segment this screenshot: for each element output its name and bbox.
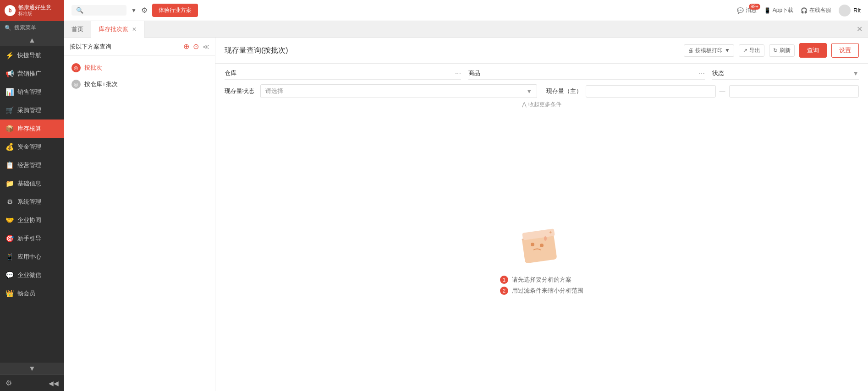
scheme-panel-title: 按以下方案查询 [70,43,111,51]
topbar-search-box[interactable]: 🔍 [71,5,126,16]
print-button[interactable]: 🖨 按模板打印 ▼ [684,44,734,57]
page-header: 现存量查询(按批次) 🖨 按模板打印 ▼ ↗ 导出 ↻ 刷新 [215,38,868,64]
scheme-item-batch[interactable]: ◎ 按批次 [64,60,215,76]
tabs-bar: 首页 库存批次账 ✕ ✕ [64,21,868,38]
sales-icon: 📊 [5,88,14,96]
filter-row-2: 现存量状态 请选择 ▼ 现存量（主） — [225,84,859,98]
hint-text-1: 请先选择要分析的方案 [512,276,571,284]
sidebar-item-collab[interactable]: 🤝 企业协同 [0,211,64,229]
sidebar-item-basics[interactable]: 📁 基础信息 [0,174,64,193]
empty-illustration: ✦ ✦ [514,213,569,268]
svg-point-2 [531,243,534,246]
sidebar-search[interactable]: 🔍 搜索菜单 [0,21,64,34]
stock-qty-filter: 现存量（主） — [546,85,859,98]
phone-icon: 📱 [764,7,771,14]
topbar-gear-icon[interactable]: ⚙ [141,6,148,15]
settings-icon[interactable]: ⚙ [5,379,12,387]
sidebar-item-guide[interactable]: 🎯 新手引导 [0,229,64,248]
search-label: 搜索菜单 [14,24,36,32]
warehouse-label: 仓库 [225,69,252,77]
sidebar-item-marketing[interactable]: 📢 营销推广 [0,65,64,83]
page-title: 现存量查询(按批次) [225,46,288,55]
tab-inventory-batch-label: 库存批次账 [99,25,128,33]
settings-scheme-icon[interactable]: ⊙ [193,42,199,51]
collapse-sidebar-icon[interactable]: ◀◀ [49,380,59,387]
app-download-button[interactable]: 📱 App下载 [764,6,793,14]
status-dropdown-icon[interactable]: ▼ [852,70,859,77]
system-icon: ⚙ [5,198,14,206]
collapse-panel-icon[interactable]: ≪ [203,43,209,50]
status-input[interactable] [743,70,851,77]
sidebar-item-system[interactable]: ⚙ 系统管理 [0,193,64,211]
sidebar-item-weixin[interactable]: 💬 企业微信 [0,266,64,284]
topbar-search-icon: 🔍 [76,7,83,14]
goods-more-icon[interactable]: ··· [699,69,705,77]
stock-qty-label: 现存量（主） [546,87,582,95]
add-scheme-icon[interactable]: ⊕ [183,42,189,51]
export-icon: ↗ [743,47,747,54]
member-label: 畅会员 [17,289,35,298]
main-area: 🔍 ▼ ⚙ 体验行业方案 💬 消息 99+ 📱 App下载 🎧 在线客服 R [64,0,868,391]
app-info: 畅康通好生意 标准版 [18,4,51,17]
collapse-icon: ⋀ [522,101,527,108]
scheme-item-warehouse-batch[interactable]: ◎ 按仓库+批次 [64,76,215,92]
scheme-icon-batch: ◎ [71,63,81,72]
left-scheme-panel: 按以下方案查询 ⊕ ⊙ ≪ ◎ 按批次 ◎ 按仓库+批次 [64,38,215,391]
online-service-button[interactable]: 🎧 在线客服 [801,6,831,14]
stock-status-chevron: ▼ [526,88,532,95]
stock-qty-to[interactable] [729,85,859,98]
page-actions: 🖨 按模板打印 ▼ ↗ 导出 ↻ 刷新 查询 设置 [684,43,859,58]
goods-input[interactable] [500,70,697,77]
tab-close-all-icon[interactable]: ✕ [851,21,868,38]
topbar: 🔍 ▼ ⚙ 体验行业方案 💬 消息 99+ 📱 App下载 🎧 在线客服 R [64,0,868,21]
weixin-icon: 💬 [5,271,14,279]
scroll-up-button[interactable]: ▲ [0,34,64,46]
stock-status-select[interactable]: 请选择 ▼ [260,84,537,98]
inventory-label: 库存核算 [17,125,41,133]
sidebar-item-quick-nav[interactable]: ⚡ 快捷导航 [0,46,64,65]
quick-nav-icon: ⚡ [5,51,14,60]
refresh-button[interactable]: ↻ 刷新 [769,44,795,57]
scheme-icon-warehouse: ◎ [71,80,81,89]
scheme-label-batch: 按批次 [84,64,102,72]
stock-status-label: 现存量状态 [225,87,257,95]
hint-num-1: 1 [500,276,508,284]
experience-industry-button[interactable]: 体验行业方案 [152,4,198,17]
app-download-label: App下载 [773,6,793,14]
sidebar-item-member[interactable]: 👑 畅会员 [0,284,64,303]
sidebar-footer: ⚙ ◀◀ [0,375,64,391]
sidebar-header: b 畅康通好生意 标准版 [0,0,64,21]
print-icon: 🖨 [688,47,693,54]
sidebar-item-operations[interactable]: 📋 经营管理 [0,156,64,174]
sidebar-item-inventory[interactable]: 📦 库存核算 [0,119,64,138]
stock-qty-from[interactable] [586,85,716,98]
messages-badge: 99+ [749,4,760,10]
tab-home[interactable]: 首页 [64,21,91,38]
finance-icon: 💰 [5,143,14,151]
sidebar-item-purchase[interactable]: 🛒 采购管理 [0,101,64,119]
sidebar-item-sales[interactable]: 📊 销售管理 [0,83,64,101]
operations-label: 经营管理 [17,161,41,169]
right-content: 现存量查询(按批次) 🖨 按模板打印 ▼ ↗ 导出 ↻ 刷新 [215,38,868,391]
collapse-filter-row[interactable]: ⋀ 收起更多条件 [225,98,859,111]
stock-status-placeholder: 请选择 [265,87,283,95]
headset-icon: 🎧 [801,7,808,14]
guide-label: 新手引导 [17,234,41,243]
tab-inventory-batch[interactable]: 库存批次账 ✕ [91,21,144,38]
marketing-label: 营销推广 [17,70,41,78]
user-menu[interactable]: Rit [839,5,861,16]
scroll-down-button[interactable]: ▼ [0,363,64,375]
warehouse-more-icon[interactable]: ··· [455,69,461,77]
export-button[interactable]: ↗ 导出 [739,44,764,57]
query-button[interactable]: 查询 [799,43,827,58]
sidebar-item-appstore[interactable]: 📱 应用中心 [0,248,64,266]
appstore-icon: 📱 [5,253,14,261]
marketing-icon: 📢 [5,70,14,78]
sidebar-item-finance[interactable]: 💰 资金管理 [0,138,64,156]
settings-query-button[interactable]: 设置 [831,43,859,58]
messages-button[interactable]: 💬 消息 99+ [737,6,757,14]
warehouse-input[interactable] [256,70,453,77]
topbar-dropdown-icon[interactable]: ▼ [131,7,137,14]
refresh-label: 刷新 [780,47,791,54]
tab-close-icon[interactable]: ✕ [132,26,137,33]
